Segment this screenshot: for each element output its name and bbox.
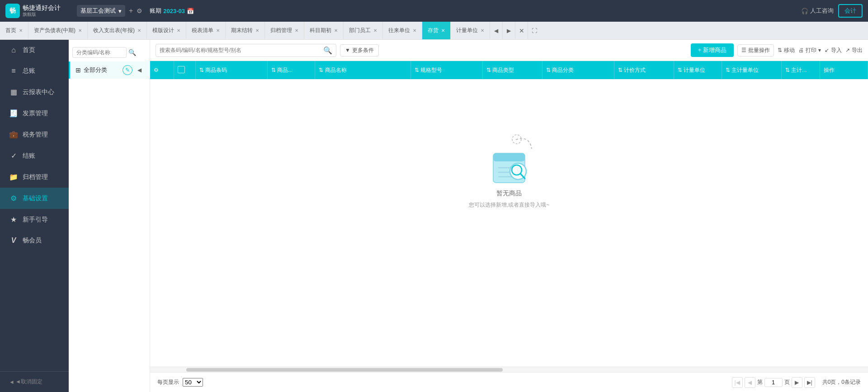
new-product-button[interactable]: + 新增商品 [691,43,734,57]
scrollbar-thumb[interactable] [186,368,503,372]
unpin-button[interactable]: ◄ ◄取消固定 [0,371,69,392]
th-name[interactable]: ⇅ 商品名称 [315,61,411,79]
tab-balance-close[interactable]: ✕ [78,28,82,33]
tab-taxclear-close[interactable]: ✕ [216,28,220,33]
th-col3[interactable]: ⇅ 主计... [782,61,820,79]
tab-home-close[interactable]: ✕ [19,28,23,33]
tab-inventory[interactable]: 存货 ✕ [422,22,451,39]
tab-unit-close[interactable]: ✕ [481,28,484,33]
export-button[interactable]: ↗ 导出 [845,47,863,54]
tab-maximize-button[interactable]: ⛶ [528,22,541,39]
calendar-icon[interactable]: 📅 [187,8,194,14]
tab-close-all-button[interactable]: ✕ [515,22,528,39]
batch-icon: ☰ [741,47,746,53]
tab-income-close[interactable]: ✕ [137,28,141,33]
th-col3-label: 主计... [791,67,807,73]
sidebar-item-invoice[interactable]: 🧾 发票管理 [0,103,69,124]
tab-inventory-close[interactable]: ✕ [441,28,445,33]
product-search-input[interactable] [160,47,321,53]
sidebar-member-label: 畅会员 [23,236,42,245]
tab-template-label: 模版设计 [152,27,174,34]
tab-subject-close[interactable]: ✕ [334,28,338,33]
tab-home[interactable]: 首页 ✕ [0,22,28,39]
main-layout: ⌂ 首页 ≡ 总账 ▦ 云报表中心 🧾 发票管理 💼 税务管理 ✓ 结账 📁 归… [0,40,868,392]
th-barcode[interactable]: ⇅ 商品条码 [196,61,268,79]
sidebar-item-reports[interactable]: ▦ 云报表中心 [0,81,69,103]
print-button[interactable]: 🖨 打印 ▾ [798,47,821,54]
th-sku[interactable]: ⇅ 商品... [267,61,315,79]
batch-action-button[interactable]: ☰ 批量操作 [737,44,774,57]
home-icon: ⌂ [9,46,18,54]
headset-icon: 🎧 [801,8,808,14]
move-button[interactable]: ⇅ 移动 [778,47,795,54]
tab-dept-close[interactable]: ✕ [373,28,377,33]
table-header-row: ⚙ ⇅ 商品条码 ⇅ 商品... [150,61,868,79]
filter-icon: ▼ [345,47,350,53]
sidebar-item-tax[interactable]: 💼 税务管理 [0,124,69,145]
tab-balance[interactable]: 资产负债表(中期) ✕ [28,22,88,39]
right-panel: 🔍 ▼ 更多条件 + 新增商品 ☰ 批量操作 ⇅ 移动 [150,40,868,392]
product-search-bar[interactable]: 🔍 [156,44,336,57]
help-button[interactable]: 🎧 人工咨询 [801,7,834,15]
th-check[interactable] [174,61,196,79]
tab-unit[interactable]: 计量单位 ✕ [451,22,490,39]
tab-archive[interactable]: 归档管理 ✕ [265,22,304,39]
last-page-button[interactable]: ▶| [804,377,815,388]
th-type[interactable]: ⇅ 商品类型 [482,61,542,79]
category-search-input[interactable] [72,47,127,58]
project-name: 基层工会测试 [80,7,116,15]
tab-dept[interactable]: 部门员工 ✕ [344,22,383,39]
per-page-select[interactable]: 50 10 20 100 [183,378,203,387]
tab-income[interactable]: 收入支出表(年报) ✕ [88,22,147,39]
tab-taxclear[interactable]: 税表清单 ✕ [186,22,226,39]
sidebar-item-archive[interactable]: 📁 归档管理 [0,166,69,188]
th-category[interactable]: ⇅ 商品分类 [542,61,614,79]
batch-label: 批量操作 [748,47,770,54]
tab-archive-close[interactable]: ✕ [295,28,298,33]
sidebar-item-guide[interactable]: ★ 新手引导 [0,209,69,230]
sidebar-item-home[interactable]: ⌂ 首页 [0,40,69,61]
sidebar-item-ledger[interactable]: ≡ 总账 [0,61,69,81]
next-page-button[interactable]: ▶ [792,377,802,388]
tab-partner[interactable]: 往来单位 ✕ [383,22,422,39]
category-edit-button[interactable]: ✎ [123,65,132,75]
add-tab-icon[interactable]: + [129,7,133,15]
th-unit[interactable]: ⇅ 计量单位 [674,61,722,79]
tab-template-close[interactable]: ✕ [177,28,180,33]
filter-button[interactable]: ▼ 更多条件 [340,44,379,57]
page-input[interactable] [764,378,783,387]
product-search-icon[interactable]: 🔍 [323,46,332,55]
category-collapse-button[interactable]: ◀ [134,65,144,75]
select-all-checkbox[interactable] [178,66,185,73]
th-price-method[interactable]: ⇅ 计价方式 [614,61,674,79]
prev-page-button[interactable]: ◀ [745,377,755,388]
sidebar-item-basic[interactable]: ⚙ 基础设置 [0,188,69,209]
account-button[interactable]: 会计 [838,4,863,18]
first-page-button[interactable]: |◀ [732,377,743,388]
th-spec[interactable]: ⇅ 规格型号 [411,61,483,79]
settings-icon[interactable]: ⚙ [137,7,142,14]
sidebar-item-member[interactable]: V 畅会员 [0,230,69,251]
sidebar-item-settle[interactable]: ✓ 结账 [0,145,69,166]
tab-period[interactable]: 期末结转 ✕ [226,22,265,39]
project-selector[interactable]: 基层工会测试 ▾ [77,5,125,17]
tab-prev-button[interactable]: ◀ [490,22,503,39]
sidebar-invoice-label: 发票管理 [23,109,48,118]
tab-period-close[interactable]: ✕ [255,28,259,33]
sidebar-reports-label: 云报表中心 [23,88,54,96]
tab-subject[interactable]: 科目期初 ✕ [304,22,344,39]
import-button[interactable]: ↙ 导入 [825,47,842,54]
tab-template[interactable]: 模版设计 ✕ [147,22,186,39]
category-all-item[interactable]: ⊞ 全部分类 ✎ ◀ [69,61,150,79]
unpin-label: ◄取消固定 [15,378,42,386]
th-gear[interactable]: ⚙ [150,61,174,79]
th-main-unit[interactable]: ⇅ 主计量单位 [722,61,781,79]
tab-partner-close[interactable]: ✕ [413,28,416,33]
horizontal-scrollbar[interactable] [150,367,868,372]
th-sku-label: 商品... [277,67,292,73]
tab-next-button[interactable]: ▶ [503,22,515,39]
category-search-area: 🔍 [69,43,150,61]
category-search-icon[interactable]: 🔍 [128,49,136,56]
sidebar-guide-label: 新手引导 [23,216,48,224]
th-spec-label: 规格型号 [420,67,442,73]
